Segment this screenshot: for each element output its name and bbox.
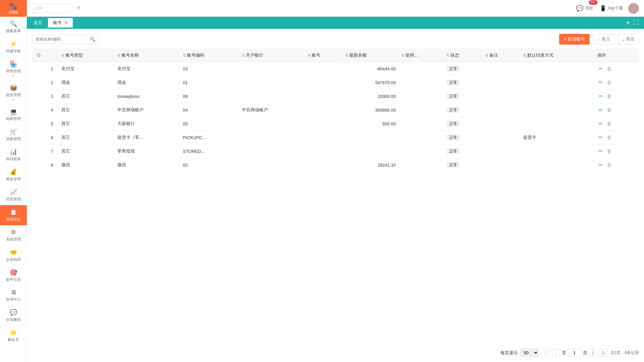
import-icon: ↑ <box>597 37 600 42</box>
edit-button[interactable]: ✏ <box>597 134 604 141</box>
delete-button[interactable]: 🗑 <box>605 65 613 72</box>
row-settlement <box>521 144 595 158</box>
sidebar-item-ecommerce[interactable]: 💻 电商管理 <box>0 105 27 125</box>
sidebar-item-system[interactable]: ⚙ 系统管理 <box>0 225 27 245</box>
app-download-button[interactable]: 📱 App下载 <box>600 5 623 11</box>
row-settlement: 提货卡 <box>521 131 595 144</box>
delete-button[interactable]: 🗑 <box>605 79 613 86</box>
col-remark-header[interactable]: ⇅ 备注 <box>483 49 520 62</box>
first-page-button[interactable]: ⟨⟨ <box>541 349 551 357</box>
sidebar-item-retail[interactable]: 🏪 零售管理 ▼ <box>0 57 27 81</box>
page-size-select[interactable]: 50 100 <box>521 349 539 357</box>
col-usage-header[interactable]: ⇅ 使用... <box>398 49 444 62</box>
col-balance-header[interactable]: ⇅ 最新余额 <box>342 49 398 62</box>
delete-button[interactable]: 🗑 <box>605 93 613 100</box>
tab-maximize-icon[interactable]: ⛶ <box>632 20 641 26</box>
table-row: 6 其它 提货卡（零... PICKUPC... 正常 提货卡 ✏ 🗑 <box>32 131 639 144</box>
search-input[interactable] <box>36 37 90 42</box>
row-account <box>305 103 342 117</box>
delete-button[interactable]: 🗑 <box>605 120 613 127</box>
row-type: 支付宝 <box>59 62 115 76</box>
page-size-selector[interactable]: 50 100 <box>521 349 539 357</box>
app-label: App下载 <box>608 5 623 11</box>
sidebar-item-inventory[interactable]: 📊 库存核算 <box>0 145 27 165</box>
edit-button[interactable]: ✏ <box>597 93 604 100</box>
row-remark <box>483 158 520 172</box>
row-balance <box>342 144 398 158</box>
search-menu-icon: 🔍 <box>10 20 17 27</box>
row-actions: ✏ 🗑 <box>595 103 639 117</box>
sidebar-item-finance[interactable]: 💰 资金管理 <box>0 165 27 185</box>
edit-button[interactable]: ✏ <box>597 65 604 72</box>
topbar-dropdown-icon[interactable]: ▼ <box>75 5 82 12</box>
main-area: 搜索 ▼ 💬 消息 99+ 📱 App下载 首页 账号 ✕ <box>27 0 644 362</box>
row-settings-cell <box>32 62 45 76</box>
delete-button[interactable]: 🗑 <box>605 161 613 168</box>
column-settings-icon[interactable]: ⚙ <box>36 52 41 58</box>
col-name-header[interactable]: ⇅ 账号名称 <box>115 49 180 62</box>
col-action-header: 操作 <box>595 49 639 62</box>
sidebar-logo: 🐾 乐惠版 <box>0 0 27 17</box>
import-button[interactable]: ↑ 导入 <box>593 34 614 45</box>
sidebar-item-quicknav[interactable]: ⚡ 快捷导航 <box>0 37 27 57</box>
sidebar-item-wholesale[interactable]: 📦 批发管理 ▼ <box>0 81 27 105</box>
add-account-button[interactable]: + 新增账号 <box>559 34 590 45</box>
col-type-header[interactable]: ⇅ 账号类型 <box>59 49 115 62</box>
edit-button[interactable]: ✏ <box>597 120 604 127</box>
status-badge: 正常 <box>446 162 460 168</box>
col-bank-header[interactable]: ⇅ 开户银行 <box>239 49 305 62</box>
col-settlement-header[interactable]: ⇅ 默认结算方式 <box>521 49 595 62</box>
delete-button[interactable]: 🗑 <box>605 106 613 113</box>
per-page-label: 每页显示 <box>500 350 518 356</box>
row-account <box>305 131 342 144</box>
row-type: 其它 <box>59 131 115 144</box>
search-icon[interactable]: 🔍 <box>90 37 95 42</box>
col-account-header[interactable]: ⇅ 账号 <box>305 49 342 62</box>
export-button[interactable]: ↓ 导出 <box>618 34 639 45</box>
sidebar-item-wechat[interactable]: 💬 企业微信 <box>0 305 27 325</box>
page-input[interactable] <box>568 349 581 357</box>
sidebar-item-guide[interactable]: 🎯 新手引导 <box>0 265 27 286</box>
sidebar-item-appcenter[interactable]: 🖥 应用中心 <box>0 286 27 305</box>
col-status-header[interactable]: ⇅ 状态 <box>444 49 483 62</box>
row-code: 06 <box>180 89 239 103</box>
edit-button[interactable]: ✏ <box>597 79 604 86</box>
status-badge: 正常 <box>446 93 460 99</box>
row-no: 5 <box>45 117 59 131</box>
sidebar-item-member[interactable]: ⭐ 畅会员 <box>0 325 27 346</box>
row-account <box>305 117 342 131</box>
sidebar-item-operations[interactable]: 📈 经营管理 <box>0 185 27 205</box>
col-code-header[interactable]: ⇅ 账号编码 <box>180 49 239 62</box>
sidebar-item-purchase[interactable]: 🛒 采购管理 <box>0 125 27 145</box>
export-label: 导出 <box>626 36 635 42</box>
last-page-button[interactable]: ⟩⟩ <box>598 349 608 357</box>
sidebar-item-search[interactable]: 🔍 搜索菜单 <box>0 17 27 37</box>
row-status: 正常 <box>444 117 483 131</box>
prev-page-button[interactable]: ⟨ <box>552 349 560 357</box>
row-balance: 28241.10 <box>342 158 398 172</box>
sidebar-item-basicinfo[interactable]: 📋 基础信息 <box>0 205 27 225</box>
edit-button[interactable]: ✏ <box>597 106 604 114</box>
tab-account[interactable]: 账号 ✕ <box>48 18 73 27</box>
row-actions: ✏ 🗑 <box>595 117 639 131</box>
message-label: 消息 <box>585 5 593 11</box>
user-avatar[interactable] <box>628 3 639 14</box>
tab-close-icon[interactable]: ✕ <box>64 20 68 25</box>
topbar-search[interactable]: 搜索 <box>32 4 72 13</box>
next-page-button[interactable]: ⟩ <box>589 349 597 357</box>
sidebar-item-collab[interactable]: 🤝 企业协同 <box>0 245 27 265</box>
row-settings-cell <box>32 76 45 89</box>
tab-list: 首页 账号 ✕ <box>29 18 623 27</box>
delete-button[interactable]: 🗑 <box>605 147 613 155</box>
table-row: 7 其它 零售抵现 STORED... 正常 ✏ 🗑 <box>32 144 639 158</box>
sort-icon6: ⇅ <box>345 53 349 57</box>
delete-button[interactable]: 🗑 <box>605 134 613 141</box>
tab-home[interactable]: 首页 <box>29 18 47 27</box>
row-status: 正常 <box>444 103 483 117</box>
edit-button[interactable]: ✏ <box>597 147 604 155</box>
ecommerce-icon: 💻 <box>10 108 17 115</box>
message-button[interactable]: 💬 消息 99+ <box>574 3 595 14</box>
tab-minimize-icon[interactable]: ✕ <box>624 20 632 26</box>
row-name: 提货卡（零... <box>115 131 180 144</box>
edit-button[interactable]: ✏ <box>597 161 604 169</box>
